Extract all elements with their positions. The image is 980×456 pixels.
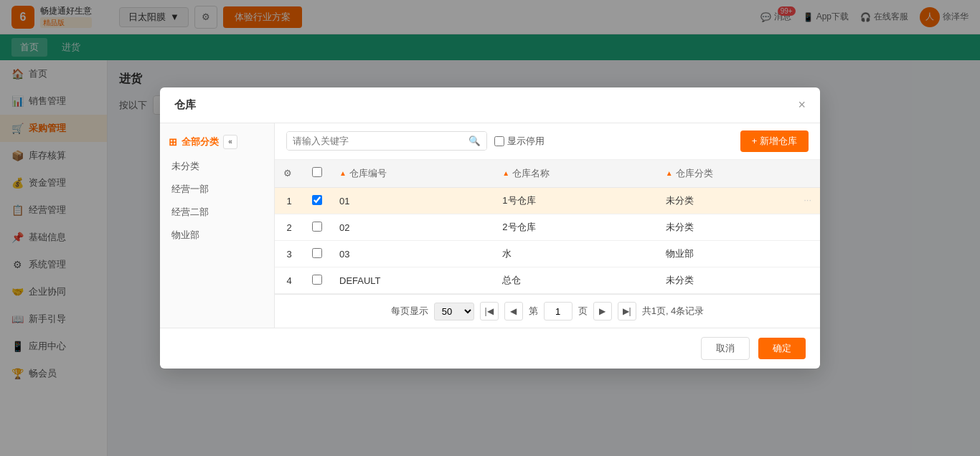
row-category: 未分类 — [657, 267, 820, 294]
sort-icon: ▲ — [339, 169, 347, 177]
table-row: 2 02 2号仓库 未分类 — [275, 214, 820, 241]
row-checkbox[interactable] — [312, 248, 322, 258]
row-checkbox[interactable] — [312, 222, 322, 232]
row-code: 01 — [331, 187, 494, 214]
row-category: 未分类 ··· — [657, 188, 820, 214]
add-warehouse-button[interactable]: + 新增仓库 — [740, 130, 809, 152]
table-row: 3 03 水 物业部 — [275, 241, 820, 267]
modal-title: 仓库 — [174, 98, 196, 112]
last-page-button[interactable]: ▶| — [618, 302, 636, 320]
row-checkbox[interactable] — [312, 275, 322, 285]
row-name: 2号仓库 — [494, 214, 656, 241]
right-panel: 🔍 显示停用 + 新增仓库 ⚙ — [275, 123, 820, 328]
sort-icon-cat: ▲ — [666, 169, 673, 177]
confirm-button[interactable]: 确定 — [758, 338, 806, 359]
category-item-1[interactable]: 经营一部 — [160, 178, 274, 201]
show-disabled-checkbox[interactable] — [494, 136, 504, 146]
row-number: 3 — [275, 241, 303, 267]
row-code: DEFAULT — [331, 267, 494, 294]
search-input[interactable] — [287, 132, 463, 150]
row-checkbox-cell — [303, 214, 331, 241]
row-checkbox-cell — [303, 241, 331, 267]
row-category: 未分类 — [657, 214, 820, 241]
cancel-button[interactable]: 取消 — [701, 337, 750, 360]
next-page-button[interactable]: ▶ — [593, 302, 612, 320]
first-page-button[interactable]: |◀ — [480, 302, 499, 320]
show-disabled-label[interactable]: 显示停用 — [494, 135, 545, 148]
sort-icon-name: ▲ — [502, 169, 509, 177]
col-checkbox — [303, 160, 331, 188]
row-checkbox[interactable] — [312, 195, 322, 205]
page-number-input[interactable] — [544, 302, 573, 320]
warehouse-table-wrap: ⚙ ▲ 仓库编号 ▲ — [275, 160, 820, 295]
show-disabled-text: 显示停用 — [507, 135, 545, 148]
warehouse-modal: 仓库 × ⊞ 全部分类 « 未分类 经营一部 经营二部 物业部 — [160, 87, 820, 369]
category-panel: ⊞ 全部分类 « 未分类 经营一部 经营二部 物业部 — [160, 123, 275, 328]
total-info: 共1页, 4条记录 — [642, 305, 705, 318]
all-categories-label: 全部分类 — [182, 136, 219, 148]
row-name: 总仓 — [494, 267, 656, 294]
col-code: ▲ 仓库编号 — [331, 160, 494, 188]
category-item-3[interactable]: 物业部 — [160, 224, 274, 247]
grid-icon: ⊞ — [169, 136, 177, 148]
col-category: ▲ 仓库分类 — [657, 160, 820, 188]
row-checkbox-cell — [303, 187, 331, 214]
table-row: 4 DEFAULT 总仓 未分类 — [275, 267, 820, 294]
modal-overlay: 仓库 × ⊞ 全部分类 « 未分类 经营一部 经营二部 物业部 — [0, 0, 980, 456]
row-action-dots[interactable]: ··· — [804, 194, 811, 207]
table-header-row: ⚙ ▲ 仓库编号 ▲ — [275, 160, 820, 188]
table-body: 1 01 1号仓库 未分类 ··· 2 02 2号仓库 未分类 3 03 水 物… — [275, 187, 820, 294]
table-row: 1 01 1号仓库 未分类 ··· — [275, 187, 820, 214]
search-bar: 🔍 显示停用 + 新增仓库 — [275, 123, 820, 160]
row-number: 4 — [275, 267, 303, 294]
per-page-label: 每页显示 — [391, 305, 428, 318]
search-input-wrap: 🔍 — [286, 131, 487, 151]
page-label: 页 — [578, 305, 588, 318]
modal-header: 仓库 × — [160, 87, 820, 123]
settings-icon: ⚙ — [283, 168, 292, 179]
row-name: 水 — [494, 241, 656, 267]
category-all[interactable]: ⊞ 全部分类 « — [160, 129, 274, 155]
row-code: 02 — [331, 214, 494, 241]
modal-close-button[interactable]: × — [798, 98, 806, 113]
row-number: 1 — [275, 187, 303, 214]
row-category: 物业部 — [657, 241, 820, 267]
row-name: 1号仓库 — [494, 187, 656, 214]
category-item-unclassified[interactable]: 未分类 — [160, 155, 274, 178]
col-name: ▲ 仓库名称 — [494, 160, 656, 188]
collapse-button[interactable]: « — [223, 135, 237, 149]
pagination: 每页显示 50 100 |◀ ◀ 第 页 ▶ ▶| 共1页, 4条记录 — [275, 294, 820, 328]
modal-footer: 取消 确定 — [160, 328, 820, 369]
search-button[interactable]: 🔍 — [463, 132, 486, 150]
category-item-2[interactable]: 经营二部 — [160, 201, 274, 224]
select-all-checkbox[interactable] — [312, 167, 322, 177]
row-number: 2 — [275, 214, 303, 241]
page-label-pre: 第 — [529, 305, 538, 318]
per-page-select[interactable]: 50 100 — [434, 303, 474, 320]
row-code: 03 — [331, 241, 494, 267]
col-gear: ⚙ — [275, 160, 303, 188]
row-checkbox-cell — [303, 267, 331, 294]
prev-page-button[interactable]: ◀ — [504, 302, 523, 320]
modal-body: ⊞ 全部分类 « 未分类 经营一部 经营二部 物业部 🔍 — [160, 123, 820, 328]
warehouse-table: ⚙ ▲ 仓库编号 ▲ — [275, 160, 820, 295]
